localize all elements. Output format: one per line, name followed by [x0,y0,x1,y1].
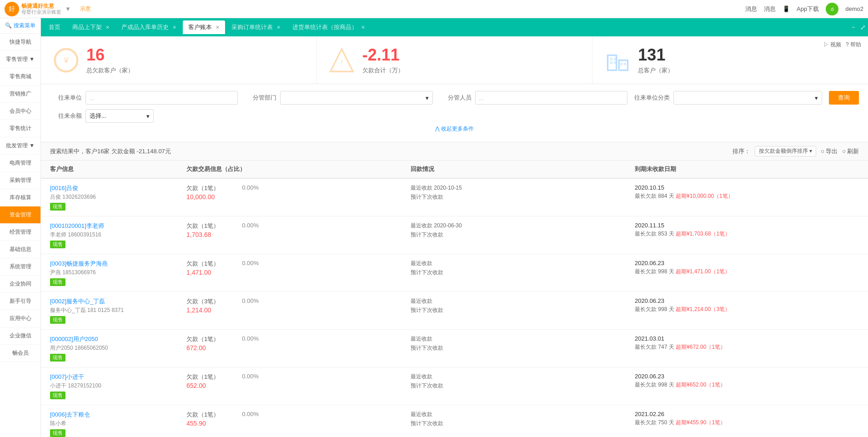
sidebar-item-retail-stats[interactable]: 零售统计 [0,120,40,137]
table-row: [0016]吕俊 吕俊 13026203696 现售 欠款（1笔） 10,000… [41,179,868,216]
customer-name[interactable]: [0016]吕俊 [50,184,186,192]
overdue-link[interactable]: 超期¥1,214.00（3笔） [676,306,730,312]
tab-customer-account-close[interactable]: ✕ [216,25,220,30]
sidebar-item-quicknav[interactable]: 快捷导航 [0,34,40,51]
overdue-link[interactable]: 超期¥1,471.00（1笔） [676,268,730,275]
overdue-link[interactable]: 超期¥672.00（1笔） [676,344,726,350]
filter-balance-select[interactable]: 选择... ▾ [85,109,154,123]
tab-production-close[interactable]: ✕ [172,25,176,30]
sidebar-item-business[interactable]: 经营管理 [0,224,40,241]
filter-customer-input[interactable]: ... [85,91,238,105]
sidebar-item-retail-mall[interactable]: 零售商城 [0,68,40,85]
sidebar-item-retail-mgmt[interactable]: 零售管理 ▼ [0,51,40,68]
tab-purchase-stats[interactable]: 采购订单统计表 ✕ [226,20,286,34]
sidebar-item-ecommerce[interactable]: 电商管理 [0,155,40,172]
customer-name[interactable]: [0002]服务中心_丁磊 [50,297,186,306]
sidebar-item-basic[interactable]: 基础信息 [0,241,40,258]
balance-placeholder: 选择... [90,112,106,120]
sidebar-item-newbie[interactable]: 新手引导 [0,293,40,310]
minimize-btn[interactable]: － [850,23,857,31]
sidebar-item-marketing[interactable]: 营销推广 [0,85,40,103]
debt-amount[interactable]: 10,000.00 [186,193,219,201]
stats-row: ¥ 16 总欠款客户（家） ! [41,36,868,84]
app-download-btn[interactable]: App下载 [797,5,819,13]
filter-balance: 往来余额 选择... ▾ [50,109,859,123]
refresh-btn[interactable]: ○ 刷新 [842,147,859,156]
debt-amount[interactable]: 455.90 [186,420,219,427]
tab-purchase-stats-close[interactable]: ✕ [276,25,281,30]
search-button[interactable]: 查询 [829,91,859,105]
customer-name[interactable]: [000002]用户2050 [50,335,186,343]
filter-category-select[interactable]: ▾ [673,91,822,105]
svg-text:¥: ¥ [63,55,69,65]
sidebar-search[interactable]: 🔍 搜索菜单 [0,18,40,34]
customer-phone: 尹燕 18513066976 [50,269,186,276]
message-label[interactable]: 消息 [764,5,776,13]
tab-products[interactable]: 商品上下架 ✕ [67,20,115,34]
filter-dept-select[interactable]: ▾ [280,91,432,105]
table-row: [0001020001]李老师 李老师 18600391516 现售 欠款（1笔… [41,216,868,254]
customer-phone: 小进干 18279152100 [50,382,186,390]
tab-customer-account[interactable]: 客户账本 ✕ [183,20,225,34]
sidebar-item-inventory[interactable]: 库存核算 [0,189,40,206]
debt-count: 欠款（1笔） [186,222,219,230]
sidebar-item-vip[interactable]: 畅会员 [0,345,40,362]
help-btn[interactable]: ? 帮助 [846,41,861,49]
tab-home[interactable]: 首页 [43,20,66,34]
sidebar-item-label: 企业微信 [10,332,31,339]
duedate-cell: 2021.02.26 最长欠款 750 天 超期¥455.90（1笔） [635,411,859,427]
sort-select[interactable]: 按欠款金额倒序排序 ▾ [755,146,816,156]
sidebar-item-enterprise[interactable]: 企业协同 [0,276,40,293]
sidebar-item-batch-mgmt[interactable]: 批发管理 ▼ [0,137,40,155]
customer-name[interactable]: [0001020001]李老师 [50,222,186,230]
next-payment: 预计下次收款 [411,344,635,352]
customer-tag: 现售 [50,278,65,286]
result-bar: 搜索结果中，客户16家 欠款金额 -21,148.07元 排序： 按欠款金额倒序… [41,142,868,161]
sidebar-item-finance[interactable]: 资金管理 [0,206,40,224]
overdue-link[interactable]: 超期¥10,000.00（1笔） [676,193,733,199]
debt-percent: 0.00% [242,335,259,342]
debt-customers-icon: ¥ [52,46,80,74]
debt-amount[interactable]: 672.00 [186,344,219,352]
due-date: 2021.02.26 [635,411,859,417]
overdue-link[interactable]: 超期¥455.90（1笔） [676,419,726,426]
debt-count: 欠款（3笔） [186,297,219,306]
avatar[interactable]: d [826,3,838,15]
sidebar-item-label: 电商管理 [10,160,31,166]
customer-name[interactable]: [0006]去下粮仓 [50,411,186,419]
debt-percent: 0.00% [242,411,259,417]
tab-import-stats[interactable]: 进货单统计表（按商品） ✕ [287,20,371,34]
sidebar-item-label: 零售统计 [10,125,31,131]
tab-products-label: 商品上下架 [72,23,102,31]
sidebar-item-system[interactable]: 系统管理 [0,258,40,276]
expand-icon[interactable]: ▼ [65,5,71,12]
tab-products-close[interactable]: ✕ [105,25,110,30]
debt-amount[interactable]: 1,703.68 [186,231,219,238]
maximize-btn[interactable]: ⤢ [860,24,866,31]
debt-amount[interactable]: 652.00 [186,382,219,389]
tab-import-stats-close[interactable]: ✕ [361,25,365,30]
export-btn[interactable]: ○ 导出 [821,147,838,156]
customer-name[interactable]: [0003]畅捷服务尹海燕 [50,260,186,268]
table-row: [0006]去下粮仓 陈小希 现售 欠款（1笔） 455.90 0.00% 最近… [41,405,868,437]
payment-cell: 最近收款 2020-10-15 预计下次收款 [411,184,635,201]
video-btn[interactable]: ▷ 视频 [823,41,841,49]
filter-person: 分管人员 ... [440,91,627,105]
collapse-btn[interactable]: ⋀ 收起更多条件 [50,123,859,135]
filter-person-input[interactable]: ... [475,91,627,105]
sidebar-item-appcenter[interactable]: 应用中心 [0,310,40,327]
overdue-link[interactable]: 超期¥652.00（1笔） [676,382,726,388]
tab-production-label: 产成品入库单历史 [121,23,169,31]
overdue-link[interactable]: 超期¥1,703.68（1笔） [676,231,730,237]
customer-name[interactable]: [0007]小进干 [50,373,186,381]
tab-purchase-stats-label: 采购订单统计表 [231,23,273,31]
message-btn[interactable]: 消息 [745,5,757,13]
debt-amount[interactable]: 1,214.00 [186,306,219,314]
debt-amount[interactable]: 1,471.00 [186,269,219,276]
sidebar-item-enterprise-wx[interactable]: 企业微信 [0,327,40,345]
tab-production[interactable]: 产成品入库单历史 ✕ [116,20,182,34]
sidebar-item-purchase[interactable]: 采购管理 [0,172,40,189]
customer-tag: 现售 [50,392,65,399]
sidebar-item-member[interactable]: 会员中心 [0,103,40,120]
duedate-cell: 2021.03.01 最长欠款 747 天 超期¥672.00（1笔） [635,335,859,351]
